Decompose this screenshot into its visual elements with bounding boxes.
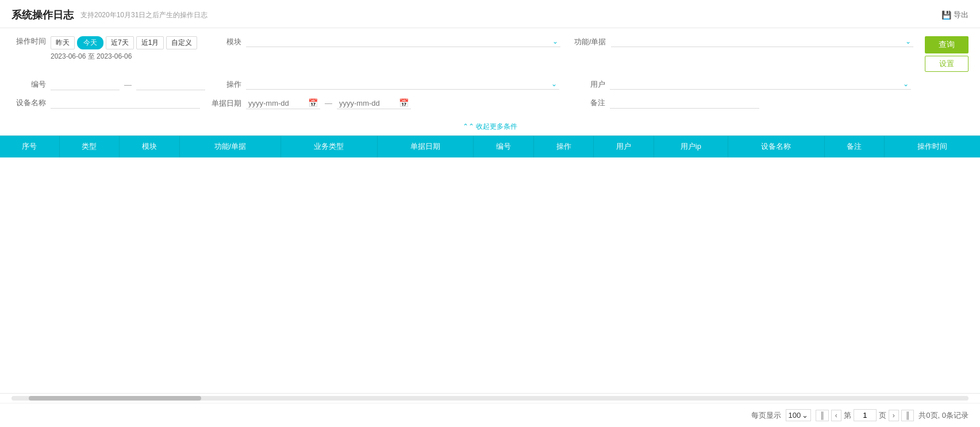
function-select[interactable]: ⌄ (611, 36, 914, 47)
col-index: 序号 (0, 136, 59, 157)
time-btn-1month[interactable]: 近1月 (136, 36, 164, 49)
col-biz-type: 业务类型 (281, 136, 378, 157)
export-icon: 💾 (941, 10, 951, 20)
filter-row-2: 编号 — 操作 ⌄ 用户 (11, 79, 969, 90)
voucher-date-label: 单据日期 (207, 98, 241, 109)
scrollbar-thumb[interactable] (29, 396, 201, 401)
page-size-value: 100 (789, 411, 801, 420)
time-btn-today[interactable]: 今天 (77, 36, 103, 49)
action-buttons: 查询 设置 (925, 36, 969, 72)
empty-area (0, 157, 980, 376)
filter-row-3: 设备名称 单据日期 📅 — 📅 (11, 97, 969, 109)
function-chevron-icon: ⌄ (905, 37, 911, 45)
device-label: 设备名称 (11, 98, 46, 108)
operation-time-label: 操作时间 (11, 36, 46, 47)
next-page-button[interactable]: › (889, 410, 899, 421)
operation-chevron-icon: ⌄ (551, 80, 557, 88)
settings-button[interactable]: 设置 (925, 56, 969, 72)
user-chevron-icon: ⌄ (903, 80, 909, 88)
number-input-from[interactable] (51, 79, 120, 90)
operation-select[interactable]: ⌄ (246, 79, 559, 90)
user-section: 用户 ⌄ (559, 79, 912, 90)
col-type: 类型 (59, 136, 119, 157)
col-operation: 操作 (533, 136, 593, 157)
time-filter-content: 昨天 今天 近7天 近1月 自定义 2023-06-06 至 2023-06-0… (51, 36, 197, 61)
scrollbar-area (0, 393, 980, 403)
module-label: 模块 (207, 37, 241, 47)
page-size-select[interactable]: 100 ⌄ (786, 409, 812, 421)
collapse-icon: ⌃⌃ (463, 122, 474, 130)
col-voucher-date: 单据日期 (377, 136, 474, 157)
date-dash: — (325, 99, 332, 107)
page-input-wrap: 第 页 (844, 409, 886, 421)
pagination: 每页显示 100 ⌄ ║ ‹ 第 页 › ║ 共0页, 0条记录 (0, 403, 980, 427)
collapse-bar[interactable]: ⌃⌃ 收起更多条件 (0, 118, 980, 136)
col-user: 用户 (594, 136, 654, 157)
page-number-input[interactable] (854, 409, 877, 421)
page-prefix-label: 第 (844, 410, 851, 421)
page-suffix-label: 页 (879, 410, 886, 421)
operation-section: 操作 ⌄ (207, 79, 559, 90)
module-chevron-icon: ⌄ (552, 37, 558, 45)
date-to-input[interactable] (339, 99, 397, 107)
page-size-label: 每页显示 (751, 410, 781, 421)
date-range-text: 2023-06-06 至 2023-06-06 (51, 52, 197, 61)
page-size-chevron-icon: ⌄ (802, 411, 808, 420)
table-header-row: 序号 类型 模块 功能/单据 业务类型 单据日期 编号 操作 用户 用户ip 设… (0, 136, 980, 157)
first-page-button[interactable]: ║ (816, 410, 829, 421)
voucher-date-section: 单据日期 📅 — 📅 (207, 97, 559, 109)
date-from-wrap: 📅 (246, 97, 320, 109)
time-btn-custom[interactable]: 自定义 (166, 36, 197, 49)
date-to-wrap: 📅 (337, 97, 411, 109)
user-label: 用户 (559, 79, 605, 90)
device-section: 设备名称 (11, 97, 207, 109)
function-section: 功能/单据 ⌄ (560, 36, 914, 47)
date-from-input[interactable] (248, 99, 306, 107)
col-user-ip: 用户ip (654, 136, 728, 157)
number-label: 编号 (11, 79, 46, 90)
collapse-label: 收起更多条件 (476, 122, 517, 130)
remark-input[interactable] (610, 97, 759, 109)
export-button[interactable]: 💾 导出 (941, 10, 969, 20)
number-section: 编号 — (11, 79, 207, 90)
module-section: 模块 ⌄ (207, 36, 560, 47)
user-select[interactable]: ⌄ (610, 79, 912, 90)
total-text: 共0页, 0条记录 (918, 410, 969, 421)
time-buttons: 昨天 今天 近7天 近1月 自定义 (51, 36, 197, 49)
filter-section: 操作时间 昨天 今天 近7天 近1月 自定义 2023-06-06 至 2023… (0, 28, 980, 136)
data-table: 序号 类型 模块 功能/单据 业务类型 单据日期 编号 操作 用户 用户ip 设… (0, 136, 980, 157)
pagination-nav: ║ ‹ 第 页 › ║ (816, 409, 914, 421)
header-left: 系统操作日志 支持2020年10月31日之后产生的操作日志 (11, 8, 207, 22)
page-title: 系统操作日志 (11, 8, 74, 22)
col-number: 编号 (474, 136, 533, 157)
scrollbar-track[interactable] (11, 396, 969, 401)
col-device: 设备名称 (728, 136, 824, 157)
calendar-from-icon[interactable]: 📅 (308, 98, 318, 107)
remark-label: 备注 (559, 98, 605, 108)
col-remark: 备注 (824, 136, 884, 157)
col-op-time: 操作时间 (884, 136, 980, 157)
number-input-to[interactable] (136, 79, 205, 90)
page-header: 系统操作日志 支持2020年10月31日之后产生的操作日志 💾 导出 (0, 0, 980, 28)
time-btn-7days[interactable]: 近7天 (106, 36, 134, 49)
export-label: 导出 (954, 10, 969, 20)
last-page-button[interactable]: ║ (901, 410, 914, 421)
page-subtitle: 支持2020年10月31日之后产生的操作日志 (80, 10, 207, 20)
number-dash: — (124, 80, 132, 89)
module-select[interactable]: ⌄ (246, 36, 560, 47)
device-input[interactable] (51, 97, 200, 109)
operation-time-section: 操作时间 昨天 今天 近7天 近1月 自定义 2023-06-06 至 2023… (11, 36, 207, 61)
calendar-to-icon[interactable]: 📅 (399, 98, 409, 107)
time-btn-yesterday[interactable]: 昨天 (51, 36, 75, 49)
table-header: 序号 类型 模块 功能/单据 业务类型 单据日期 编号 操作 用户 用户ip 设… (0, 136, 980, 157)
table-container: 序号 类型 模块 功能/单据 业务类型 单据日期 编号 操作 用户 用户ip 设… (0, 136, 980, 393)
remark-section: 备注 (559, 97, 912, 109)
col-function: 功能/单据 (179, 136, 280, 157)
col-module: 模块 (120, 136, 179, 157)
query-button[interactable]: 查询 (925, 36, 969, 53)
filter-row-1: 操作时间 昨天 今天 近7天 近1月 自定义 2023-06-06 至 2023… (11, 36, 969, 72)
function-label: 功能/单据 (560, 37, 606, 47)
operation-label: 操作 (207, 79, 241, 90)
prev-page-button[interactable]: ‹ (831, 410, 841, 421)
